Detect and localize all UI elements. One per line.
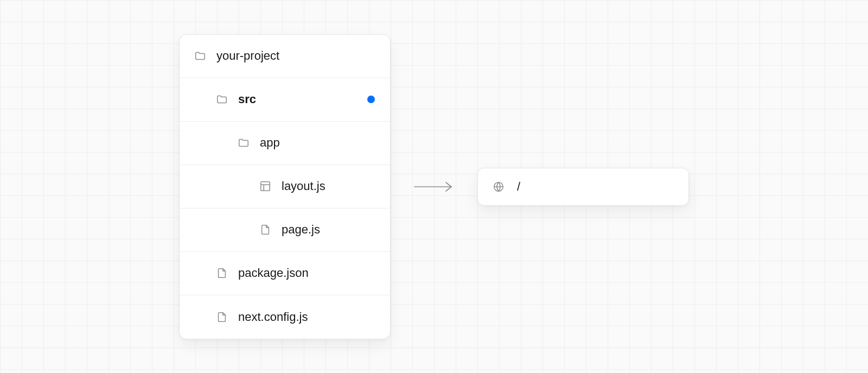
tree-row-package[interactable]: package.json [180,252,390,295]
tree-label: next.config.js [238,310,308,324]
tree-label: src [238,92,256,106]
file-tree-panel: your-project src app [179,34,391,339]
tree-row-layout[interactable]: layout.js [180,165,390,208]
tree-row-app[interactable]: app [180,122,390,165]
url-path: / [517,180,520,194]
tree-label: page.js [282,223,320,237]
tree-row-page[interactable]: page.js [180,208,390,252]
layout-icon [258,179,273,194]
tree-label: app [260,136,280,150]
url-box: / [477,168,689,206]
svg-rect-0 [261,182,270,191]
tree-row-src[interactable]: src [180,78,390,122]
highlight-dot [367,96,375,103]
globe-icon [491,179,506,194]
arrow-right-icon [412,179,456,195]
file-icon [214,265,229,281]
tree-label: your-project [216,49,279,63]
file-icon [258,222,273,237]
folder-icon [193,48,208,64]
folder-icon [236,135,251,150]
tree-label: layout.js [282,179,326,193]
tree-label: package.json [238,266,309,280]
file-icon [214,309,229,325]
tree-row-root[interactable]: your-project [180,35,390,78]
folder-icon [214,92,229,107]
tree-row-config[interactable]: next.config.js [180,295,390,339]
